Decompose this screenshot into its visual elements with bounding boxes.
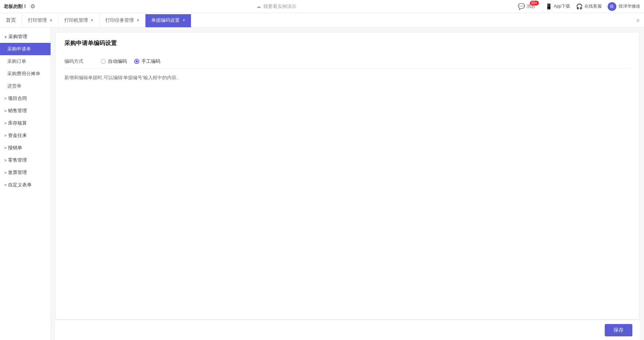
brand-label: 老板勿割！: [4, 3, 27, 10]
tab-printer-manage[interactable]: 打印机管理 ×: [59, 14, 100, 27]
sidebar-item-purchase-expense[interactable]: 采购费用分摊单: [0, 68, 51, 80]
sidebar-group-project-label: 项目合同: [8, 95, 27, 102]
chevron-sales-icon: >: [4, 109, 7, 113]
sidebar-group-return-label: 报销单: [8, 145, 22, 151]
content-area: 采购申请单编码设置 编码方式 自动编码 手工编码 新增和编辑单据时,可以编辑'单…: [51, 28, 644, 340]
manual-code-label: 手工编码: [141, 58, 160, 65]
tab-print-task[interactable]: 打印任务管理 ×: [100, 14, 145, 27]
sidebar-group-custom-form-label: 自定义表单: [8, 182, 32, 188]
sidebar-item-stock-in[interactable]: 进货单: [0, 80, 51, 92]
tab-print-manage[interactable]: 打印管理 ×: [22, 14, 59, 27]
page-title: 采购申请单编码设置: [64, 40, 631, 47]
tab-code-setting[interactable]: 单据编码设置 ×: [145, 14, 191, 27]
sidebar-group-purchase[interactable]: ∨ 采购管理: [0, 31, 51, 43]
chevron-purchase-icon: ∨: [4, 35, 7, 39]
chevron-project-icon: >: [4, 97, 7, 101]
cloud-icon: ☁: [256, 4, 261, 9]
sidebar-item-purchase-apply[interactable]: 采购申请单: [0, 43, 51, 55]
content-footer: 保存: [55, 320, 640, 340]
chevron-capital-icon: >: [4, 134, 7, 138]
auto-code-radio[interactable]: 自动编码: [101, 58, 127, 65]
settings-icon[interactable]: ⚙: [30, 3, 35, 10]
sidebar-group-inventory[interactable]: > 库存核算: [0, 117, 51, 129]
message-group[interactable]: 💬 消息 99+: [518, 3, 535, 10]
sidebar-group-invoice[interactable]: > 发票管理: [0, 166, 51, 179]
sidebar-group-inventory-label: 库存核算: [8, 120, 27, 126]
sidebar-group-return[interactable]: > 报销单: [0, 142, 51, 154]
tab-printer-manage-label: 打印机管理: [64, 17, 88, 24]
tab-code-setting-label: 单据编码设置: [151, 17, 180, 24]
user-profile-group[interactable]: 徐 徐泽华修改: [608, 2, 640, 11]
chevron-return-icon: >: [4, 146, 7, 150]
chevron-custom-form-icon: >: [4, 183, 7, 187]
sidebar-group-project[interactable]: > 项目合同: [0, 92, 51, 105]
search-area[interactable]: ☁ 我要看实例演示: [256, 3, 296, 10]
tab-bar: 首页 打印管理 × 打印机管理 × 打印任务管理 × 单据编码设置 × ×: [0, 13, 644, 28]
sidebar: ∨ 采购管理 采购申请单 采购订单 采购费用分摊单 进货单 > 项目合同 > 销…: [0, 28, 51, 340]
desc-text: 新增和编辑单据时,可以编辑'单据编号'输入框中的内容。: [64, 74, 631, 81]
avatar: 徐: [608, 2, 616, 11]
download-icon: 📱: [545, 3, 552, 10]
search-label: 我要看实例演示: [263, 3, 296, 10]
top-bar: 老板勿割！ ⚙ ☁ 我要看实例演示 💬 消息 99+ 📱 App下载 🎧 在线客…: [0, 0, 644, 13]
close-all-button[interactable]: ×: [632, 14, 644, 27]
tab-home[interactable]: 首页: [0, 14, 22, 27]
close-tab-code-setting[interactable]: ×: [183, 18, 185, 23]
app-download-label: App下载: [554, 3, 570, 9]
sidebar-item-purchase-order[interactable]: 采购订单: [0, 55, 51, 68]
message-icon: 💬: [518, 3, 525, 10]
message-badge: 99+: [530, 1, 539, 5]
online-service-label: 在线客服: [584, 3, 602, 9]
sidebar-group-sales-label: 销售管理: [8, 108, 27, 114]
radio-group: 自动编码 手工编码: [101, 58, 160, 65]
chevron-retail-icon: >: [4, 158, 7, 162]
close-tab-printer-manage[interactable]: ×: [91, 18, 93, 23]
coding-row: 编码方式 自动编码 手工编码: [64, 54, 631, 69]
online-service-group[interactable]: 🎧 在线客服: [576, 3, 602, 10]
sidebar-group-retail-label: 零售管理: [8, 157, 27, 163]
sidebar-group-capital-label: 资金往来: [8, 132, 27, 139]
sidebar-group-capital[interactable]: > 资金往来: [0, 129, 51, 142]
tab-print-manage-label: 打印管理: [28, 17, 47, 24]
sidebar-group-retail[interactable]: > 零售管理: [0, 154, 51, 166]
top-bar-right: 💬 消息 99+ 📱 App下载 🎧 在线客服 徐 徐泽华修改: [518, 2, 640, 11]
app-download-group[interactable]: 📱 App下载: [545, 3, 570, 10]
manual-code-radio[interactable]: 手工编码: [134, 58, 160, 65]
sidebar-group-invoice-label: 发票管理: [8, 169, 27, 176]
service-icon: 🎧: [576, 3, 583, 10]
tab-print-task-label: 打印任务管理: [105, 17, 134, 24]
sidebar-group-purchase-label: 采购管理: [8, 33, 27, 40]
top-bar-left: 老板勿割！ ⚙: [4, 3, 35, 10]
auto-code-label: 自动编码: [108, 58, 127, 65]
sidebar-group-sales[interactable]: > 销售管理: [0, 105, 51, 117]
content-inner: 采购申请单编码设置 编码方式 自动编码 手工编码 新增和编辑单据时,可以编辑'单…: [55, 32, 640, 320]
chevron-inventory-icon: >: [4, 121, 7, 125]
main-layout: ∨ 采购管理 采购申请单 采购订单 采购费用分摊单 进货单 > 项目合同 > 销…: [0, 28, 644, 340]
coding-label: 编码方式: [64, 58, 86, 65]
user-name-label: 徐泽华修改: [619, 3, 640, 9]
save-button[interactable]: 保存: [605, 324, 632, 336]
sidebar-group-custom-form[interactable]: > 自定义表单: [0, 179, 51, 191]
close-tab-print-manage[interactable]: ×: [50, 18, 52, 23]
close-tab-print-task[interactable]: ×: [137, 18, 139, 23]
auto-code-radio-circle: [101, 59, 106, 64]
chevron-invoice-icon: >: [4, 171, 7, 175]
manual-code-radio-circle: [134, 59, 139, 64]
